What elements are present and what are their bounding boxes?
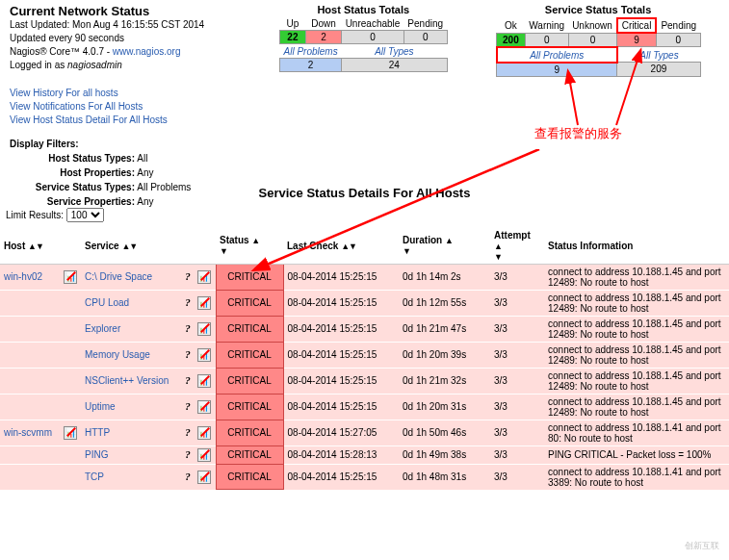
col-duration[interactable]: Duration ▲▼ bbox=[399, 228, 490, 265]
svc-all-types[interactable]: 209 bbox=[617, 63, 700, 77]
disabled-icon[interactable]: 📊 bbox=[197, 270, 211, 284]
disabled-icon[interactable]: 📊 bbox=[197, 400, 211, 414]
svc-unknown-count[interactable]: 0 bbox=[568, 33, 617, 47]
host-cell[interactable] bbox=[0, 290, 60, 316]
attempt-cell: 3/3 bbox=[490, 394, 544, 420]
host-cell[interactable] bbox=[0, 316, 60, 342]
host-cell[interactable] bbox=[0, 394, 60, 420]
service-cell[interactable]: Explorer bbox=[81, 316, 177, 342]
service-cell[interactable]: TCP bbox=[81, 464, 177, 490]
disabled-icon[interactable]: 📊 bbox=[197, 374, 211, 388]
host-cell[interactable] bbox=[0, 445, 60, 464]
info-cell: PING CRITICAL - Packet loss = 100% bbox=[544, 445, 729, 464]
service-icons[interactable]: ? 📊 bbox=[177, 394, 216, 420]
service-cell[interactable]: Memory Usage bbox=[81, 342, 177, 368]
host-up-count[interactable]: 22 bbox=[280, 31, 306, 44]
col-attempt[interactable]: Attempt ▲▼ bbox=[490, 228, 544, 265]
host-icons[interactable] bbox=[60, 464, 81, 490]
last-check-cell: 08-04-2014 15:25:15 bbox=[283, 368, 399, 394]
host-icons[interactable]: 📊 bbox=[60, 420, 81, 445]
service-icons[interactable]: ? 📊 bbox=[177, 290, 216, 316]
disabled-icon[interactable]: 📊 bbox=[197, 426, 211, 440]
host-icons[interactable] bbox=[60, 316, 81, 342]
help-icon[interactable]: ? bbox=[181, 426, 195, 440]
duration-cell: 0d 1h 14m 2s bbox=[399, 264, 490, 290]
col-status[interactable]: Status ▲▼ bbox=[216, 228, 283, 265]
service-cell[interactable]: NSClient++ Version bbox=[81, 368, 177, 394]
service-icons[interactable]: ? 📊 bbox=[177, 316, 216, 342]
host-cell[interactable] bbox=[0, 368, 60, 394]
help-icon[interactable]: ? bbox=[181, 400, 195, 414]
service-icons[interactable]: ? 📊 bbox=[177, 445, 216, 464]
attempt-cell: 3/3 bbox=[490, 264, 544, 290]
service-icons[interactable]: ? 📊 bbox=[177, 342, 216, 368]
svc-pending-count[interactable]: 0 bbox=[656, 33, 700, 47]
service-icons[interactable]: ? 📊 bbox=[177, 368, 216, 394]
product-link[interactable]: www.nagios.org bbox=[113, 46, 181, 57]
service-cell[interactable]: Uptime bbox=[81, 394, 177, 420]
disabled-icon[interactable]: 📊 bbox=[197, 448, 211, 462]
service-icons[interactable]: ? 📊 bbox=[177, 464, 216, 490]
host-pending-count[interactable]: 0 bbox=[404, 31, 447, 44]
col-info: Status Information bbox=[544, 228, 729, 265]
col-host[interactable]: Host ▲▼ bbox=[0, 228, 81, 265]
disabled-icon[interactable]: 📊 bbox=[64, 270, 77, 284]
service-cell[interactable]: CPU Load bbox=[81, 290, 177, 316]
view-detail-link[interactable]: View Host Status Detail For All Hosts bbox=[10, 115, 168, 125]
host-down-count[interactable]: 2 bbox=[305, 31, 341, 44]
duration-cell: 0d 1h 12m 55s bbox=[399, 290, 490, 316]
annotation-text: 查看报警的服务 bbox=[534, 125, 622, 142]
info-cell: connect to address 10.188.1.45 and port … bbox=[544, 316, 729, 342]
host-unreachable-count[interactable]: 0 bbox=[342, 31, 404, 44]
disabled-icon[interactable]: 📊 bbox=[197, 322, 211, 336]
host-all-problems[interactable]: 2 bbox=[280, 59, 342, 72]
info-cell: connect to address 10.188.1.41 and port … bbox=[544, 464, 729, 490]
disabled-icon[interactable]: 📊 bbox=[64, 426, 77, 440]
disabled-icon[interactable]: 📊 bbox=[197, 348, 211, 362]
host-icons[interactable] bbox=[60, 342, 81, 368]
last-check-cell: 08-04-2014 15:25:15 bbox=[283, 316, 399, 342]
host-icons[interactable]: 📊 bbox=[60, 264, 81, 290]
svc-all-problems[interactable]: 9 bbox=[497, 63, 617, 77]
svc-warning-count[interactable]: 0 bbox=[525, 33, 568, 47]
sort-icon[interactable]: ▲▼ bbox=[341, 242, 356, 251]
limit-select[interactable]: 100 bbox=[66, 208, 104, 222]
host-cell[interactable]: win-scvmm bbox=[0, 420, 60, 445]
table-row: NSClient++ Version? 📊CRITICAL08-04-2014 … bbox=[0, 368, 729, 394]
host-cell[interactable] bbox=[0, 342, 60, 368]
col-service[interactable]: Service ▲▼ bbox=[81, 228, 216, 265]
host-icons[interactable] bbox=[60, 394, 81, 420]
help-icon[interactable]: ? bbox=[181, 374, 195, 388]
sort-icon[interactable]: ▲▼ bbox=[28, 242, 43, 251]
disabled-icon[interactable]: 📊 bbox=[197, 471, 211, 484]
help-icon[interactable]: ? bbox=[181, 348, 195, 362]
host-icons[interactable] bbox=[60, 368, 81, 394]
host-cell[interactable]: win-hv02 bbox=[0, 264, 60, 290]
sort-icon[interactable]: ▲▼ bbox=[121, 242, 137, 251]
service-cell[interactable]: HTTP bbox=[81, 420, 177, 445]
help-icon[interactable]: ? bbox=[181, 296, 195, 310]
help-icon[interactable]: ? bbox=[181, 448, 195, 462]
host-icons[interactable] bbox=[60, 290, 81, 316]
svc-ok-count[interactable]: 200 bbox=[497, 33, 526, 47]
service-cell[interactable]: PING bbox=[81, 445, 177, 464]
help-icon[interactable]: ? bbox=[181, 322, 195, 336]
table-row: Uptime? 📊CRITICAL08-04-2014 15:25:150d 1… bbox=[0, 394, 729, 420]
svc-critical-count[interactable]: 9 bbox=[617, 33, 657, 47]
view-history-link[interactable]: View History For all hosts bbox=[10, 88, 118, 98]
host-all-types[interactable]: 24 bbox=[342, 59, 447, 72]
help-icon[interactable]: ? bbox=[181, 270, 195, 284]
view-notifications-link[interactable]: View Notifications For All Hosts bbox=[10, 101, 143, 112]
service-cell[interactable]: C:\ Drive Space bbox=[81, 264, 177, 290]
host-icons[interactable] bbox=[60, 445, 81, 464]
help-icon[interactable]: ? bbox=[181, 471, 195, 484]
sort-icon[interactable]: ▲▼ bbox=[494, 242, 502, 262]
service-icons[interactable]: ? 📊 bbox=[177, 264, 216, 290]
service-icons[interactable]: ? 📊 bbox=[177, 420, 216, 445]
host-status-totals: Host Status Totals Up Down Unreachable P… bbox=[279, 4, 448, 77]
col-last-check[interactable]: Last Check ▲▼ bbox=[283, 228, 399, 265]
attempt-cell: 3/3 bbox=[490, 290, 544, 316]
host-cell[interactable] bbox=[0, 464, 60, 490]
disabled-icon[interactable]: 📊 bbox=[197, 296, 211, 310]
login-user: nagiosadmin bbox=[67, 60, 122, 70]
